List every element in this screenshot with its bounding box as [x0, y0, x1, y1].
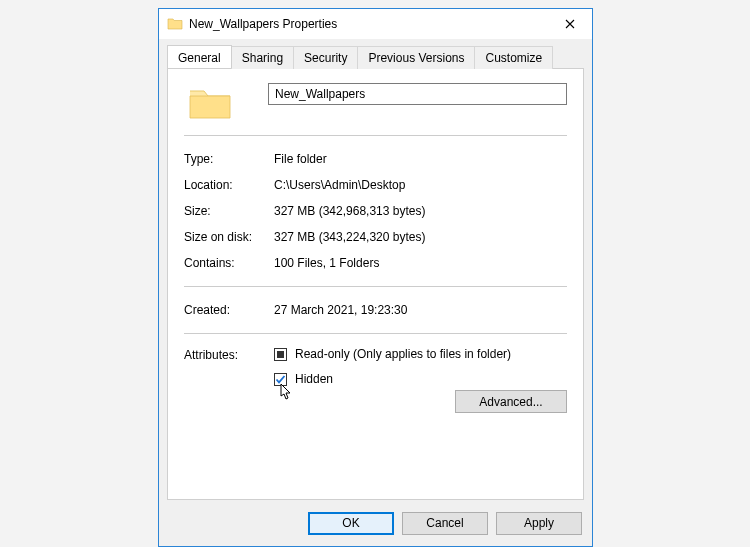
- label-size: Size:: [184, 204, 274, 218]
- close-button[interactable]: [548, 9, 592, 39]
- value-size: 327 MB (342,968,313 bytes): [274, 204, 567, 218]
- label-contains: Contains:: [184, 256, 274, 270]
- properties-dialog: New_Wallpapers Properties General Sharin…: [158, 8, 593, 547]
- dialog-body: General Sharing Security Previous Versio…: [159, 39, 592, 500]
- label-attributes: Attributes:: [184, 348, 238, 362]
- checkbox-readonly[interactable]: [274, 348, 287, 361]
- tab-security[interactable]: Security: [293, 46, 358, 69]
- tab-sharing[interactable]: Sharing: [231, 46, 294, 69]
- ok-button[interactable]: OK: [308, 512, 394, 535]
- tab-general[interactable]: General: [167, 45, 232, 68]
- window-title: New_Wallpapers Properties: [189, 17, 548, 31]
- checkbox-hidden[interactable]: [274, 373, 287, 386]
- label-type: Type:: [184, 152, 274, 166]
- value-contains: 100 Files, 1 Folders: [274, 256, 567, 270]
- tab-previous-versions[interactable]: Previous Versions: [357, 46, 475, 69]
- folder-icon: [167, 16, 183, 32]
- cancel-button[interactable]: Cancel: [402, 512, 488, 535]
- label-readonly: Read-only (Only applies to files in fold…: [295, 347, 511, 361]
- tab-strip: General Sharing Security Previous Versio…: [167, 45, 584, 68]
- dialog-footer: OK Cancel Apply: [159, 500, 592, 546]
- titlebar: New_Wallpapers Properties: [159, 9, 592, 39]
- close-icon: [565, 19, 575, 29]
- apply-button[interactable]: Apply: [496, 512, 582, 535]
- label-size-on-disk: Size on disk:: [184, 230, 274, 244]
- tab-customize[interactable]: Customize: [474, 46, 553, 69]
- value-type: File folder: [274, 152, 567, 166]
- folder-large-icon: [188, 83, 232, 121]
- value-size-on-disk: 327 MB (343,224,320 bytes): [274, 230, 567, 244]
- label-created: Created:: [184, 303, 274, 317]
- label-location: Location:: [184, 178, 274, 192]
- label-hidden: Hidden: [295, 372, 333, 386]
- value-created: 27 March 2021, 19:23:30: [274, 303, 567, 317]
- folder-name-input[interactable]: [268, 83, 567, 105]
- value-location: C:\Users\Admin\Desktop: [274, 178, 567, 192]
- tab-panel-general: Type:File folder Location:C:\Users\Admin…: [167, 68, 584, 500]
